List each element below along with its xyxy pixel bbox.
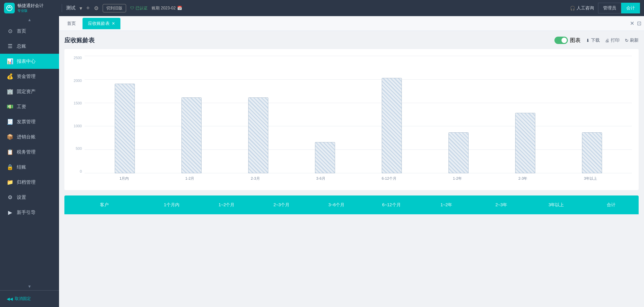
content-area: 首页 应收账龄表 ✕ ✕ ⊡ 应收账龄表 图表 [59,16,644,307]
x-label-7: 3年以上 [584,176,597,181]
bar-group-1 [181,97,202,173]
print-btn[interactable]: 🖨 打印 [605,37,620,43]
x-label-1: 1-2月 [185,176,195,181]
page-header: 应收账龄表 图表 ⬇ 下载 🖨 打印 ↻ [64,36,639,44]
sidebar-item-payroll[interactable]: 💵 工资 [0,99,59,114]
top-header: 畅捷通好会计 专业版 测试 ▾ + ⚙ 切到旧版 🛡 已认证 账期 2023-0… [0,0,644,16]
bar-5 [448,132,469,173]
bar-4 [382,78,402,173]
closing-icon: 🔒 [7,164,13,170]
sidebar-item-reports[interactable]: 📊 报表中心 [0,54,59,69]
sidebar-item-inventory[interactable]: 📦 进销台账 [0,129,59,144]
settings-icon: ⚙ [7,194,13,201]
sidebar-item-newbie[interactable]: ▶ 新手引导 [0,205,59,220]
logo-area: 畅捷通好会计 专业版 [4,3,58,13]
cancel-fixed-btn[interactable]: ◀◀ 取消固定 [3,294,56,304]
x-label-6: 2-3年 [519,176,528,181]
x-label-2: 2-3月 [251,176,260,181]
chart-toggle-label: 图表 [570,37,581,44]
sidebar-label-reports: 报表中心 [17,58,36,64]
bar-6 [515,113,535,173]
sidebar-item-archive[interactable]: 📁 归档管理 [0,175,59,190]
x-labels: 1月内1-2月2-3月3-6月6-12个月1-2年2-3年3年以上 [85,173,632,183]
chart-y-axis: 0 500 1000 1500 2000 2500 [71,56,85,183]
bar-group-3 [315,142,335,173]
pin-icon: ◀◀ [7,297,13,301]
bar-group-5 [448,132,469,173]
header-right: 🎧 人工咨询 管理员 会计 [570,3,640,13]
y-label-500: 500 [71,146,85,150]
sidebar-item-closing[interactable]: 🔒 结账 [0,160,59,175]
sidebar-label-invoice: 发票管理 [17,119,36,125]
refresh-btn[interactable]: ↻ 刷新 [625,37,639,43]
svg-point-0 [7,5,12,11]
x-label-3: 3-6月 [316,176,325,181]
sidebar-item-tax[interactable]: 📋 税务管理 [0,144,59,160]
x-label-0: 1月内 [119,176,129,181]
sidebar-item-ledger[interactable]: ☰ 总账 [0,39,59,54]
table-col-4: 3~6个月 [309,202,364,208]
bar-group-7 [582,132,602,173]
sidebar-item-assets[interactable]: 🏢 固定资产 [0,84,59,99]
download-btn[interactable]: ⬇ 下载 [586,37,600,43]
sidebar-item-funds[interactable]: 💰 资金管理 [0,69,59,84]
scroll-up-arrow[interactable]: ▲ [0,16,59,24]
chart-toggle[interactable] [554,37,568,44]
header-separator [62,4,62,12]
bar-2 [248,97,268,173]
chart-container: 0 500 1000 1500 2000 2500 [64,49,639,190]
table-header: 客户1个月内1~2个月2~3个月3~6个月6~12个月1~2年2~3年3年以上合… [64,195,639,214]
page-title: 应收账龄表 [64,36,95,44]
tab-accountant[interactable]: 会计 [621,3,640,13]
tab-bar-right: ✕ ⊡ [630,20,641,27]
print-icon: 🖨 [605,38,609,43]
add-icon[interactable]: + [86,5,90,12]
shield-icon: 🛡 [130,6,134,10]
tab-manager[interactable]: 管理员 [598,3,621,13]
sidebar-item-settings[interactable]: ⚙ 设置 [0,190,59,205]
sidebar-scroll: ⊙ 首页 ☰ 总账 📊 报表中心 💰 资金管理 🏢 固定资产 💵 工资 [0,24,59,283]
logo-name: 畅捷通好会计 [17,3,44,9]
gear-icon[interactable]: ⚙ [94,5,99,11]
sidebar-label-payroll: 工资 [17,104,26,110]
bar-group-6 [515,113,535,173]
sidebar-item-invoice[interactable]: 🧾 发票管理 [0,114,59,129]
consult-btn[interactable]: 🎧 人工咨询 [570,5,594,11]
table-col-7: 2~3年 [474,202,529,208]
table-col-6: 1~2年 [419,202,474,208]
page-content: 应收账龄表 图表 ⬇ 下载 🖨 打印 ↻ [59,31,644,307]
period-info: 账期 2023-02 📅 [152,5,182,11]
y-label-1500: 1500 [71,101,85,105]
bar-group-4 [382,78,402,173]
y-label-2000: 2000 [71,79,85,83]
scroll-down-arrow[interactable]: ▼ [0,283,59,290]
table-col-3: 2~3个月 [254,202,309,208]
user-tabs: 管理员 会计 [598,3,640,13]
expand-icon[interactable]: ⊡ [637,20,641,27]
certified-badge: 🛡 已认证 [130,5,148,11]
tab-aging[interactable]: 应收账龄表 ✕ [83,18,120,29]
assets-icon: 🏢 [7,88,13,95]
page-tools: 图表 ⬇ 下载 🖨 打印 ↻ 刷新 [554,37,639,44]
tab-close-icon[interactable]: ✕ [112,21,115,26]
newbie-icon: ▶ [7,209,13,216]
inventory-icon: 📦 [7,134,13,140]
funds-icon: 💰 [7,73,13,80]
home-icon: ⊙ [7,28,13,34]
chart-toggle-wrap: 图表 [554,37,581,44]
sidebar-label-assets: 固定资产 [17,89,36,95]
tab-home[interactable]: 首页 [62,18,81,29]
close-window-icon[interactable]: ✕ [630,20,634,27]
headset-icon: 🎧 [570,6,575,11]
payroll-icon: 💵 [7,103,13,110]
tab-bar: 首页 应收账龄表 ✕ ✕ ⊡ [59,16,644,31]
table-col-9: 合计 [584,202,639,208]
bars-area [85,56,632,173]
table-col-8: 3年以上 [529,202,584,208]
download-icon: ⬇ [586,38,590,43]
calendar-icon[interactable]: 📅 [177,6,182,10]
switch-old-btn[interactable]: 切到旧版 [103,4,126,12]
sidebar-item-home[interactable]: ⊙ 首页 [0,24,59,39]
x-label-5: 1-2年 [453,176,462,181]
chevron-down-icon[interactable]: ▾ [79,5,82,11]
